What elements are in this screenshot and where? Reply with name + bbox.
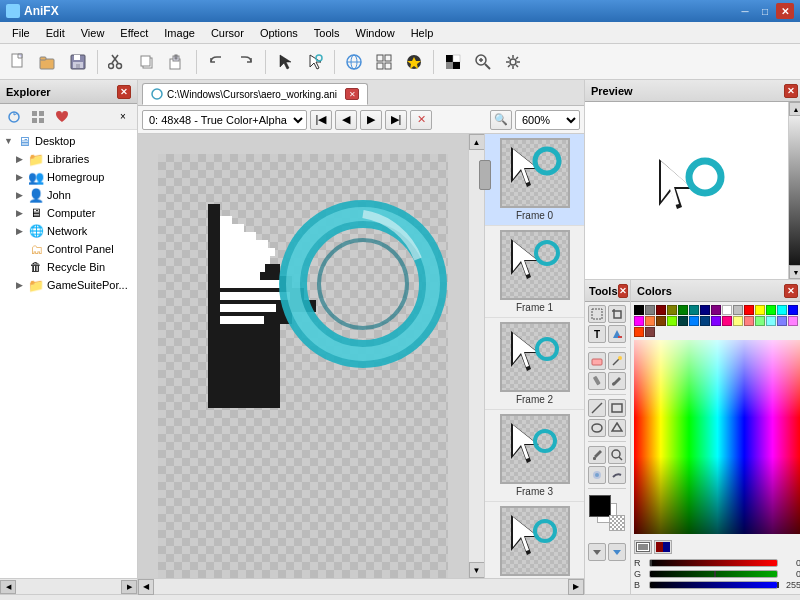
redo-button[interactable] bbox=[232, 48, 260, 76]
hscroll-right[interactable]: ▶ bbox=[568, 579, 584, 595]
color-swatch[interactable] bbox=[645, 327, 655, 337]
color-swatch[interactable] bbox=[733, 316, 743, 326]
selection-tool[interactable] bbox=[588, 305, 606, 323]
test-cursor-button[interactable] bbox=[301, 48, 329, 76]
hscroll-left[interactable]: ◀ bbox=[138, 579, 154, 595]
zoom-in-button[interactable]: 🔍 bbox=[490, 110, 512, 130]
crop-tool[interactable] bbox=[608, 305, 626, 323]
preview-scrollbar-top[interactable]: ▲ bbox=[789, 102, 800, 116]
explorer-close-button[interactable]: ✕ bbox=[117, 85, 131, 99]
brush-tool[interactable] bbox=[608, 372, 626, 390]
color-swatch[interactable] bbox=[744, 305, 754, 315]
menu-item-effect[interactable]: Effect bbox=[112, 25, 156, 41]
undo-button[interactable] bbox=[202, 48, 230, 76]
explorer-refresh-button[interactable] bbox=[3, 107, 25, 127]
tools-close-button[interactable]: ✕ bbox=[618, 284, 628, 298]
b-slider[interactable] bbox=[649, 581, 778, 589]
paste-button[interactable] bbox=[163, 48, 191, 76]
vscroll-up[interactable]: ▲ bbox=[469, 134, 485, 150]
color-swatch[interactable] bbox=[711, 316, 721, 326]
prev-frame-button[interactable]: ◀ bbox=[335, 110, 357, 130]
color-swatch[interactable] bbox=[678, 316, 688, 326]
doc-tab-close[interactable]: ✕ bbox=[345, 88, 359, 100]
explorer-view-button[interactable] bbox=[27, 107, 49, 127]
tree-item-computer[interactable]: ▶ 🖥 Computer bbox=[0, 204, 137, 222]
grid-button[interactable] bbox=[370, 48, 398, 76]
frame-item-2[interactable]: Frame 2 bbox=[485, 318, 584, 410]
poly-tool[interactable] bbox=[608, 419, 626, 437]
color-swatch[interactable] bbox=[744, 316, 754, 326]
zoom-select[interactable]: 600% 100% 200% 400% 800% bbox=[515, 110, 580, 130]
g-slider[interactable] bbox=[649, 570, 778, 578]
palette-icon-2[interactable] bbox=[654, 540, 672, 554]
color-swatch[interactable] bbox=[788, 305, 798, 315]
text-tool[interactable]: T bbox=[588, 325, 606, 343]
color-swatch[interactable] bbox=[777, 305, 787, 315]
cut-button[interactable] bbox=[103, 48, 131, 76]
palette-icon-1[interactable] bbox=[634, 540, 652, 554]
wand-tool[interactable] bbox=[608, 352, 626, 370]
explorer-collapse-button[interactable]: × bbox=[112, 107, 134, 127]
pointer-tool-button[interactable] bbox=[271, 48, 299, 76]
vscroll-down[interactable]: ▼ bbox=[469, 562, 485, 578]
maximize-button[interactable]: □ bbox=[756, 3, 774, 19]
open-button[interactable] bbox=[34, 48, 62, 76]
pencil-tool[interactable] bbox=[588, 372, 606, 390]
tree-item-desktop[interactable]: ▼ 🖥 Desktop bbox=[0, 132, 137, 150]
color-swatch[interactable] bbox=[766, 305, 776, 315]
next-frame-button[interactable]: ▶ bbox=[360, 110, 382, 130]
hscroll-right[interactable]: ▶ bbox=[121, 580, 137, 594]
frame-item-0[interactable]: Frame 0 bbox=[485, 134, 584, 226]
zoom-button[interactable] bbox=[469, 48, 497, 76]
color-swatch[interactable] bbox=[689, 316, 699, 326]
fill-tool[interactable] bbox=[608, 325, 626, 343]
close-button[interactable]: ✕ bbox=[776, 3, 794, 19]
ellipse-tool[interactable] bbox=[588, 419, 606, 437]
color-swatch[interactable] bbox=[700, 316, 710, 326]
menu-item-edit[interactable]: Edit bbox=[38, 25, 73, 41]
color-swatch[interactable] bbox=[634, 327, 644, 337]
magic-button[interactable] bbox=[400, 48, 428, 76]
eraser-tool[interactable] bbox=[588, 352, 606, 370]
dropper-down-button[interactable] bbox=[588, 543, 606, 561]
menu-item-options[interactable]: Options bbox=[252, 25, 306, 41]
color-swatch[interactable] bbox=[689, 305, 699, 315]
color-swatch[interactable] bbox=[711, 305, 721, 315]
menu-item-view[interactable]: View bbox=[73, 25, 113, 41]
color-swatch[interactable] bbox=[700, 305, 710, 315]
color-swatch[interactable] bbox=[788, 316, 798, 326]
tree-item-control-panel[interactable]: 🗂 Control Panel bbox=[0, 240, 137, 258]
vscroll-thumb[interactable] bbox=[479, 160, 491, 190]
color-swatch[interactable] bbox=[678, 305, 688, 315]
rect-tool[interactable] bbox=[608, 399, 626, 417]
color-swatch[interactable] bbox=[634, 316, 644, 326]
frame-item-4[interactable]: Frame 4 bbox=[485, 502, 584, 578]
color-swatch[interactable] bbox=[667, 305, 677, 315]
menu-item-image[interactable]: Image bbox=[156, 25, 203, 41]
globe-button[interactable] bbox=[340, 48, 368, 76]
line-tool[interactable] bbox=[588, 399, 606, 417]
copy-button[interactable] bbox=[133, 48, 161, 76]
eyedropper-tool[interactable] bbox=[588, 446, 606, 464]
preview-close-button[interactable]: ✕ bbox=[784, 84, 798, 98]
transparent-color-swatch[interactable] bbox=[609, 515, 625, 531]
color-swatch[interactable] bbox=[722, 305, 732, 315]
color-swatch[interactable] bbox=[645, 305, 655, 315]
menu-item-cursor[interactable]: Cursor bbox=[203, 25, 252, 41]
delete-frame-button[interactable]: ✕ bbox=[410, 110, 432, 130]
preview-scrollbar-bottom[interactable]: ▼ bbox=[789, 265, 800, 279]
bucket-down-button[interactable] bbox=[608, 543, 626, 561]
tree-item-network[interactable]: ▶ 🌐 Network bbox=[0, 222, 137, 240]
color-swatch[interactable] bbox=[733, 305, 743, 315]
color-swatch[interactable] bbox=[755, 305, 765, 315]
settings-button[interactable] bbox=[499, 48, 527, 76]
colors-close-button[interactable]: ✕ bbox=[784, 284, 798, 298]
new-button[interactable] bbox=[4, 48, 32, 76]
minimize-button[interactable]: ─ bbox=[736, 3, 754, 19]
tree-item-recycle[interactable]: 🗑 Recycle Bin bbox=[0, 258, 137, 276]
color-swatch[interactable] bbox=[777, 316, 787, 326]
r-slider[interactable] bbox=[649, 559, 778, 567]
color-button[interactable] bbox=[439, 48, 467, 76]
hscroll-left[interactable]: ◀ bbox=[0, 580, 16, 594]
color-swatch[interactable] bbox=[755, 316, 765, 326]
